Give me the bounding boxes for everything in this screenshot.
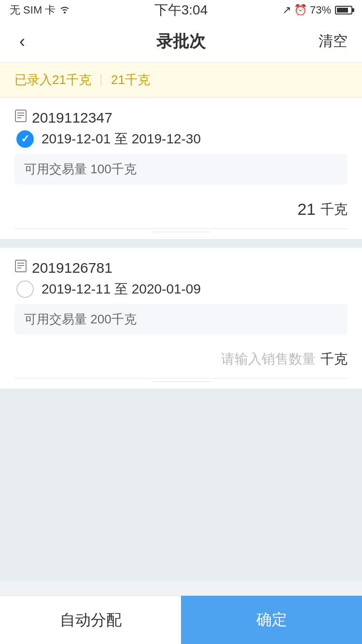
qty-value-1: 21 bbox=[297, 200, 316, 219]
alarm-icon: ⏰ bbox=[294, 4, 307, 16]
info-banner: 已录入21千克 21千克 bbox=[0, 63, 362, 98]
status-left: 无 SIM 卡 bbox=[10, 3, 70, 17]
separator-2 bbox=[152, 381, 210, 382]
qty-input-row-2[interactable]: 请输入销售数量 千克 bbox=[14, 342, 348, 378]
auto-distribute-button[interactable]: 自动分配 bbox=[0, 596, 181, 644]
confirm-button[interactable]: 确定 bbox=[181, 596, 362, 644]
batch-id-2: 2019126781 bbox=[32, 260, 112, 276]
batch-id-row-1: 2019112347 bbox=[14, 109, 348, 126]
recorded-value: 21千克 bbox=[111, 71, 150, 88]
status-bar: 无 SIM 卡 下午3:04 ↗ ⏰ 73% bbox=[0, 0, 362, 20]
batch-date-1: 2019-12-01 至 2019-12-30 bbox=[42, 130, 201, 148]
batch-item-2: 2019126781 2019-12-11 至 2020-01-09 可用交易量… bbox=[0, 248, 362, 389]
back-button[interactable]: ‹ bbox=[14, 27, 30, 56]
wifi-icon bbox=[59, 4, 70, 16]
location-icon: ↗ bbox=[282, 4, 291, 16]
clear-button[interactable]: 清空 bbox=[319, 31, 348, 51]
bottom-bar: 自动分配 确定 bbox=[0, 596, 362, 644]
no-sim-text: 无 SIM 卡 bbox=[10, 3, 56, 17]
batch-item-1: 2019112347 2019-12-01 至 2019-12-30 可用交易量… bbox=[0, 98, 362, 239]
battery-percent: 73% bbox=[310, 4, 331, 16]
qty-unit-2: 千克 bbox=[320, 350, 348, 368]
section-divider bbox=[0, 239, 362, 248]
batch-date-row-1[interactable]: 2019-12-01 至 2019-12-30 bbox=[16, 130, 348, 148]
battery-icon bbox=[335, 6, 352, 14]
banner-divider bbox=[101, 74, 101, 86]
nav-bar: ‹ 录批次 清空 bbox=[0, 20, 362, 63]
status-time: 下午3:04 bbox=[154, 1, 208, 19]
empty-area bbox=[0, 389, 362, 582]
qty-unit-1: 千克 bbox=[320, 200, 348, 219]
qty-placeholder-2[interactable]: 请输入销售数量 bbox=[221, 350, 316, 368]
batch-date-2: 2019-12-11 至 2020-01-09 bbox=[42, 280, 201, 298]
page-title: 录批次 bbox=[156, 30, 206, 53]
doc-icon-2 bbox=[14, 259, 27, 276]
qty-input-row-1[interactable]: 21 千克 bbox=[14, 192, 348, 229]
doc-icon-1 bbox=[14, 109, 27, 126]
batch-date-row-2[interactable]: 2019-12-11 至 2020-01-09 bbox=[16, 280, 348, 298]
avail-qty-2: 可用交易量 200千克 bbox=[14, 304, 348, 335]
avail-qty-1: 可用交易量 100千克 bbox=[14, 154, 348, 184]
batch-id-1: 2019112347 bbox=[32, 110, 112, 126]
radio-1[interactable] bbox=[16, 130, 34, 148]
recorded-label: 已录入21千克 bbox=[14, 71, 91, 88]
batch-id-row-2: 2019126781 bbox=[14, 259, 348, 276]
status-right: ↗ ⏰ 73% bbox=[282, 4, 352, 16]
radio-2[interactable] bbox=[16, 280, 34, 298]
separator-1 bbox=[152, 232, 210, 232]
